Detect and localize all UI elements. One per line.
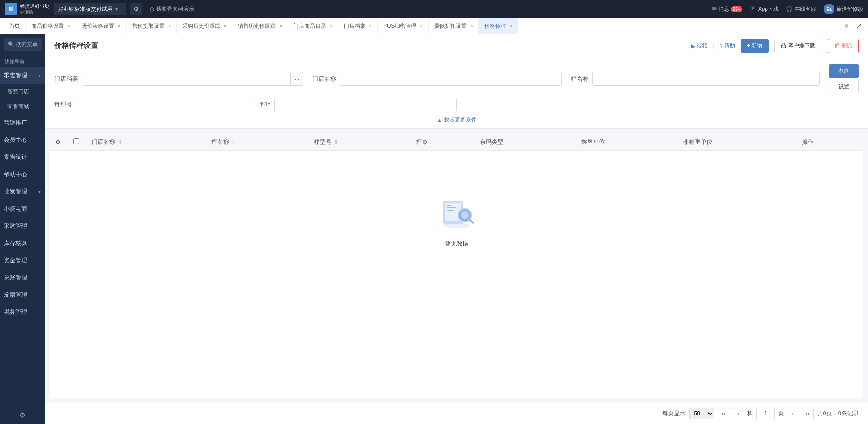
page-size-select[interactable]: 10 20 50 100: [689, 408, 714, 419]
filter-scale-ip-label: 秤ip: [260, 101, 271, 109]
tab-price-scale-close[interactable]: ×: [510, 24, 512, 29]
sidebar-item-retail-stats[interactable]: 零售统计: [0, 149, 45, 166]
online-service-button[interactable]: 🎧 在线客服: [786, 5, 816, 13]
online-service-label: 在线客服: [795, 5, 816, 13]
tab-store-archive-close[interactable]: ×: [369, 24, 372, 29]
sidebar-item-invoice-label: 发票管理: [4, 291, 27, 299]
gear-icon[interactable]: ⚙: [55, 139, 61, 145]
logo-area: 财 畅捷通好业财 标准版: [5, 3, 50, 15]
plan-selector[interactable]: 好业财标准版交付试用 ▼: [54, 3, 126, 15]
tab-store-archive[interactable]: 门店档案 ×: [338, 18, 378, 34]
sidebar-item-smart-store[interactable]: 智慧门店: [0, 84, 45, 99]
select-all-checkbox[interactable]: [73, 138, 79, 144]
filter-settings-button[interactable]: 设置: [829, 80, 859, 93]
help-label: 帮助: [724, 42, 735, 50]
scale-name-input[interactable]: [592, 72, 820, 86]
help-icon: ?: [720, 43, 723, 49]
play-icon: ▶: [691, 43, 695, 49]
eye-icon: ◎: [150, 6, 154, 12]
sidebar-search-button[interactable]: 🔍 搜索菜单: [4, 38, 42, 51]
store-archive-input[interactable]: [82, 72, 291, 86]
th-scale-ip-label: 秤ip: [416, 138, 427, 145]
query-button[interactable]: 查询: [829, 64, 859, 78]
tab-price-scale-label: 价格传秤: [484, 22, 506, 30]
tab-product-price[interactable]: 商品价格设置 ×: [26, 18, 76, 34]
empty-state: 暂无数据: [50, 151, 863, 284]
tab-close-all-button[interactable]: ×: [842, 21, 851, 31]
tab-pos[interactable]: POS加密管理 ×: [378, 18, 429, 34]
scale-ip-input[interactable]: [274, 98, 457, 111]
th-operation: 操作: [796, 133, 863, 151]
tab-sales-history-close[interactable]: ×: [279, 24, 282, 29]
sidebar-item-ledger[interactable]: 总账管理: [0, 269, 45, 286]
last-page-button[interactable]: »: [802, 408, 814, 419]
sidebar-item-wholesale[interactable]: 批发管理 ▼: [0, 183, 45, 200]
th-settings: ⚙: [50, 133, 68, 151]
th-barcode-type: 条码类型: [474, 133, 576, 151]
tab-price-scale[interactable]: 价格传秤 ×: [479, 18, 518, 34]
sidebar-item-marketing[interactable]: 营销推广: [0, 114, 45, 131]
tab-sale-price[interactable]: 售价提取设置 ×: [127, 18, 177, 34]
filter-store-archive: 门店档案 ···: [54, 72, 303, 86]
prev-page-icon: ‹: [737, 410, 739, 417]
tab-home[interactable]: 首页: [4, 18, 26, 34]
logo-icon: 财: [5, 3, 17, 15]
sidebar-item-help-label: 帮助中心: [4, 170, 27, 178]
download-label: 凸 客户端下载: [781, 42, 815, 50]
sidebar-item-tax[interactable]: 税务管理: [0, 304, 45, 321]
message-button[interactable]: ✉ 消息 99+: [712, 5, 742, 13]
settings-button[interactable]: ⚙: [130, 3, 142, 15]
th-weight-unit-label: 称重单位: [581, 138, 605, 145]
tab-purchase-history-close[interactable]: ×: [224, 24, 227, 29]
sort-icon-2: ⇅: [232, 140, 235, 145]
chevron-down-icon: ▼: [37, 189, 42, 194]
add-button[interactable]: + 新增: [741, 39, 769, 53]
filter-settings-label: 设置: [839, 83, 849, 91]
tab-min-discount-label: 最低折扣设置: [434, 22, 467, 30]
tab-sales-history[interactable]: 销售历史价跟踪 ×: [232, 18, 288, 34]
tab-store-catalog[interactable]: 门店商品目录 ×: [288, 18, 338, 34]
sidebar-item-help[interactable]: 帮助中心: [0, 166, 45, 183]
video-link[interactable]: ▶ 视频: [691, 42, 707, 50]
page-text: 算: [747, 410, 753, 418]
store-name-input[interactable]: [340, 72, 561, 86]
per-page-label: 每页显示: [662, 410, 686, 418]
collapse-button[interactable]: ▲ 收起更多条件: [54, 116, 859, 124]
tab-purchase-strategy-close[interactable]: ×: [118, 24, 121, 29]
tab-sale-price-close[interactable]: ×: [168, 24, 171, 29]
sidebar-item-retail-management[interactable]: 零售管理 ▲: [0, 67, 45, 84]
sidebar-gear-icon[interactable]: ⚙: [20, 411, 26, 419]
sidebar-item-purchase[interactable]: 采购管理: [0, 217, 45, 235]
app-download-button[interactable]: 📱 App下载: [750, 5, 779, 13]
prev-page-button[interactable]: ‹: [733, 408, 743, 419]
sidebar-item-finance[interactable]: 资金管理: [0, 252, 45, 269]
sidebar-item-invoice[interactable]: 发票管理: [0, 286, 45, 304]
tab-product-price-close[interactable]: ×: [68, 24, 70, 29]
sidebar-item-retail-mall[interactable]: 零售商城: [0, 99, 45, 114]
tab-product-price-label: 商品价格设置: [31, 22, 64, 30]
download-button[interactable]: 凸 客户端下载: [774, 39, 822, 53]
demo-button[interactable]: ◎ 我要看实例演示: [150, 5, 194, 13]
tab-purchase-strategy[interactable]: 进价策略设置 ×: [76, 18, 127, 34]
delete-button[interactable]: 俞 删除: [828, 39, 859, 53]
next-page-button[interactable]: ›: [788, 408, 798, 419]
tab-store-catalog-close[interactable]: ×: [330, 24, 332, 29]
page-number-input[interactable]: [756, 408, 775, 419]
tab-min-discount[interactable]: 最低折扣设置 ×: [429, 18, 479, 34]
tab-purchase-history[interactable]: 采购历史价跟踪 ×: [177, 18, 233, 34]
sidebar-item-member[interactable]: 会员中心: [0, 131, 45, 149]
user-menu[interactable]: Ea 徐泽华修改: [824, 4, 863, 14]
scale-model-input[interactable]: [76, 98, 251, 111]
first-page-button[interactable]: «: [718, 408, 730, 419]
page-header: 价格传秤设置 ▶ 视频 | ? 帮助 + 新增 凸 客户端下载 俞: [45, 34, 868, 58]
filter-area: 门店档案 ··· 门店名称 秤名称 查询: [45, 58, 868, 129]
store-archive-ellipsis-button[interactable]: ···: [291, 72, 303, 86]
sidebar-item-inventory[interactable]: 库存核算: [0, 235, 45, 252]
tab-expand-button[interactable]: ⤢: [853, 21, 864, 31]
th-barcode-type-label: 条码类型: [480, 138, 503, 145]
help-link[interactable]: ? 帮助: [720, 42, 735, 50]
th-scale-model: 秤型号 ⇅: [308, 133, 411, 151]
tab-min-discount-close[interactable]: ×: [470, 24, 473, 29]
tab-pos-close[interactable]: ×: [420, 24, 423, 29]
sidebar-item-ecommerce[interactable]: 小畅电商: [0, 200, 45, 217]
